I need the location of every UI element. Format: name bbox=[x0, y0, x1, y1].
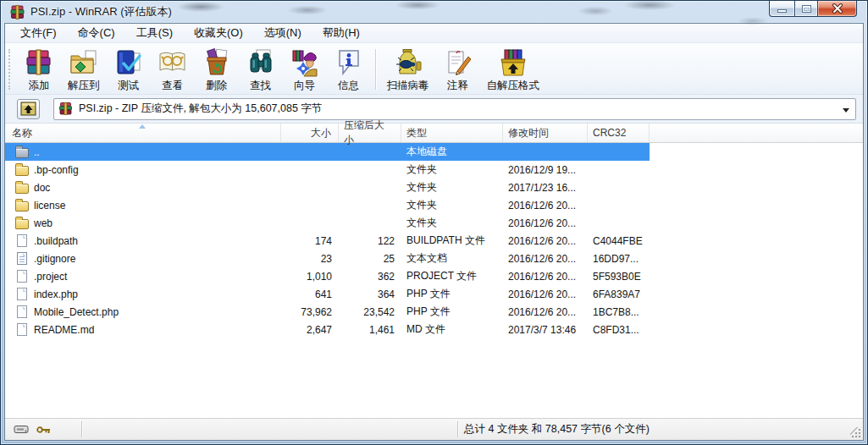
file-row-updir[interactable]: .. 本地磁盘 bbox=[5, 143, 863, 161]
disk-drive-icon[interactable] bbox=[14, 424, 30, 435]
file-row-gitignore[interactable]: .gitignore 23 25 文本文档 2016/12/6 20... 16… bbox=[5, 250, 863, 267]
row-filler bbox=[650, 232, 863, 250]
column-header-name[interactable]: 名称 bbox=[5, 124, 281, 142]
file-name-cell: .bp-config bbox=[5, 161, 281, 179]
list-header: 名称 大小 压缩后大小 类型 修改时间 CRC32 bbox=[5, 124, 863, 143]
file-modified-cell: 2016/12/6 20... bbox=[503, 232, 588, 250]
menu-favorites[interactable]: 收藏夹(O) bbox=[185, 24, 252, 42]
maximize-button[interactable] bbox=[794, 1, 818, 17]
file-size-cell bbox=[281, 196, 339, 214]
file-name: .buildpath bbox=[34, 235, 78, 247]
column-label: 修改时间 bbox=[508, 126, 549, 140]
column-label: 压缩后大小 bbox=[344, 118, 394, 147]
archive-path-combobox[interactable]: PSI.zip - ZIP 压缩文件, 解包大小为 15,607,085 字节 bbox=[53, 98, 856, 120]
file-row-bp-config[interactable]: .bp-config 文件夹 2016/12/9 19... bbox=[5, 161, 863, 179]
column-label: 大小 bbox=[311, 126, 331, 140]
file-type-cell: MD 文件 bbox=[401, 321, 503, 338]
file-type-cell: 文件夹 bbox=[401, 161, 503, 179]
row-filler bbox=[650, 143, 863, 161]
info-icon bbox=[334, 48, 364, 77]
toolbar-label: 信息 bbox=[338, 79, 359, 93]
column-header-size[interactable]: 大小 bbox=[281, 124, 339, 142]
file-name: Mobile_Detect.php bbox=[34, 306, 119, 318]
file-crc-cell: 1BC7B8... bbox=[588, 303, 650, 321]
file-row-readme-md[interactable]: README.md 2,647 1,461 MD 文件 2017/3/7 13:… bbox=[5, 321, 863, 338]
extract-to-icon bbox=[69, 48, 99, 77]
column-header-type[interactable]: 类型 bbox=[401, 124, 503, 142]
resize-grip[interactable] bbox=[850, 427, 861, 438]
delete-button[interactable]: 删除 bbox=[195, 46, 239, 93]
toolbar-label: 添加 bbox=[29, 79, 50, 93]
file-modified-cell: 2016/12/9 19... bbox=[503, 161, 588, 179]
file-size-cell: 73,962 bbox=[281, 303, 339, 321]
file-row-license[interactable]: license 文件夹 2016/12/6 20... bbox=[5, 196, 863, 214]
file-name: doc bbox=[34, 182, 50, 194]
info-button[interactable]: 信息 bbox=[327, 46, 371, 93]
file-row-index-php[interactable]: index.php 641 364 PHP 文件 2016/12/6 20...… bbox=[5, 285, 863, 303]
file-size-cell bbox=[281, 143, 339, 161]
close-icon bbox=[832, 3, 843, 14]
add-button[interactable]: 添加 bbox=[17, 46, 61, 93]
file-name-cell: doc bbox=[5, 179, 281, 196]
column-header-modified[interactable]: 修改时间 bbox=[503, 124, 588, 142]
up-one-level-button[interactable] bbox=[17, 99, 40, 119]
statusbar-icons bbox=[5, 419, 81, 440]
file-packed-cell bbox=[339, 214, 401, 232]
extract-to-button[interactable]: 解压到 bbox=[61, 46, 107, 93]
column-header-packed[interactable]: 压缩后大小 bbox=[339, 124, 401, 142]
comment-button[interactable]: 注释 bbox=[436, 46, 480, 93]
file-modified-cell: 2016/12/6 20... bbox=[503, 196, 588, 214]
sfx-button[interactable]: 自解压格式 bbox=[480, 46, 547, 93]
test-button[interactable]: 测试 bbox=[107, 46, 151, 93]
winrar-app-icon[interactable] bbox=[10, 5, 25, 19]
file-name: .gitignore bbox=[34, 253, 75, 265]
minimize-button[interactable] bbox=[769, 1, 794, 17]
menu-file[interactable]: 文件(F) bbox=[12, 24, 65, 42]
menu-commands[interactable]: 命令(C) bbox=[69, 24, 124, 42]
scan-virus-button[interactable]: 扫描病毒 bbox=[380, 46, 436, 93]
file-size-cell bbox=[281, 179, 339, 196]
file-packed-cell: 23,542 bbox=[339, 303, 401, 321]
file-modified-cell: 2017/3/7 13:46 bbox=[503, 321, 588, 338]
file-row-mobile-detect-php[interactable]: Mobile_Detect.php 73,962 23,542 PHP 文件 2… bbox=[5, 303, 863, 321]
column-label: 类型 bbox=[406, 126, 427, 140]
wizard-icon bbox=[290, 48, 320, 77]
toolbar-gripper[interactable] bbox=[8, 49, 15, 90]
file-name-cell: .project bbox=[5, 267, 281, 285]
file-modified-cell bbox=[503, 143, 588, 161]
file-row-doc[interactable]: doc 文件夹 2017/1/23 16... bbox=[5, 179, 863, 196]
file-crc-cell bbox=[588, 214, 650, 232]
row-filler bbox=[650, 161, 863, 179]
folder-icon bbox=[15, 219, 29, 229]
row-filler bbox=[650, 303, 863, 321]
file-row-buildpath[interactable]: .buildpath 174 122 BUILDPATH 文件 2016/12/… bbox=[5, 232, 863, 250]
find-button[interactable]: 查找 bbox=[239, 46, 283, 93]
file-icon bbox=[17, 270, 27, 283]
menu-tools[interactable]: 工具(S) bbox=[128, 24, 181, 42]
window-title: PSI.zip - WinRAR (评估版本) bbox=[30, 4, 172, 19]
wizard-button[interactable]: 向导 bbox=[283, 46, 327, 93]
toolbar-label: 查找 bbox=[250, 79, 271, 93]
column-label: 名称 bbox=[12, 126, 32, 140]
menu-help[interactable]: 帮助(H) bbox=[314, 24, 368, 42]
key-icon[interactable] bbox=[36, 425, 52, 435]
file-name-cell: .. bbox=[5, 143, 281, 161]
file-name-cell: .gitignore bbox=[5, 250, 281, 267]
toolbar-label: 扫描病毒 bbox=[387, 79, 429, 93]
chevron-down-icon[interactable] bbox=[843, 108, 849, 116]
file-type-cell: 文件夹 bbox=[401, 179, 503, 196]
file-row-web[interactable]: web 文件夹 2016/12/6 20... bbox=[5, 214, 863, 232]
view-icon bbox=[158, 48, 188, 77]
scan-virus-icon bbox=[393, 48, 423, 77]
menu-options[interactable]: 选项(N) bbox=[256, 24, 310, 42]
file-size-cell: 2,647 bbox=[281, 321, 339, 338]
file-row-project[interactable]: .project 1,010 362 PROJECT 文件 2016/12/6 … bbox=[5, 267, 863, 285]
view-button[interactable]: 查看 bbox=[151, 46, 195, 93]
close-button[interactable] bbox=[818, 1, 857, 17]
updir-folder-icon bbox=[15, 148, 29, 158]
statusbar: 总计 4 文件夹 和 78,457 字节(6 个文件) bbox=[5, 418, 863, 440]
column-header-crc32[interactable]: CRC32 bbox=[588, 124, 650, 142]
file-packed-cell: 122 bbox=[339, 232, 401, 250]
file-icon bbox=[17, 323, 27, 336]
file-crc-cell: 16DD97... bbox=[588, 250, 650, 267]
